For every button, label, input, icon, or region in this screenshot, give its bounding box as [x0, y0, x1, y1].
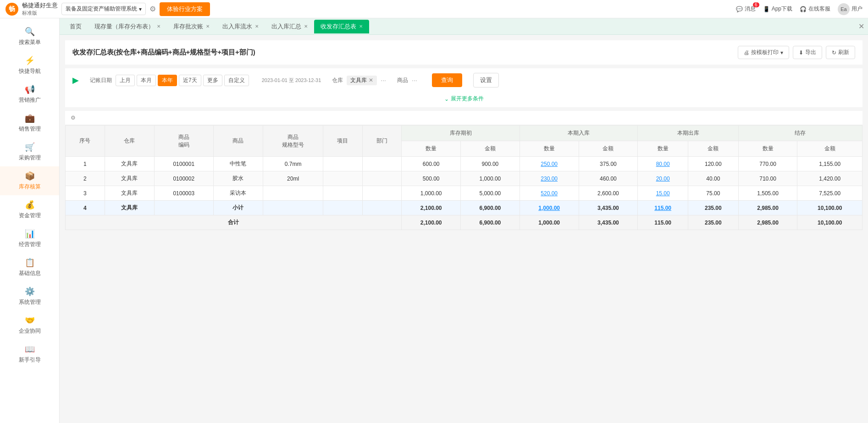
- tab-label: 出入库汇总: [271, 22, 301, 31]
- in-qty-link[interactable]: 230.00: [541, 176, 558, 182]
- tab-stock-dist[interactable]: 现存量（库存分布表） ✕: [88, 20, 167, 33]
- table-row: 1 文具库 0100001 中性笔 0.7mm 600.00 900.00 25…: [66, 157, 862, 171]
- tab-inout-summary[interactable]: 出入库汇总 ✕: [265, 20, 314, 33]
- sidebar-item-inventory[interactable]: 📦 库存核算: [0, 166, 59, 195]
- sidebar-item-finance[interactable]: 💰 资金管理: [0, 195, 59, 224]
- main-layout: 🔍 搜索菜单 ⚡ 快捷导航 📢 营销推广 💼 销售管理 🛒 采购管理 📦 库存核…: [0, 18, 868, 423]
- date-btn-custom[interactable]: 自定义: [224, 75, 249, 86]
- footer-bal-amt: 10,100.00: [797, 215, 862, 230]
- tab-batch[interactable]: 库存批次账 ✕: [167, 20, 216, 33]
- table-row: 2 文具库 0100002 胶水 20ml 500.00 1,000.00 23…: [66, 171, 862, 186]
- cell-in-qty: 230.00: [520, 171, 579, 186]
- date-btn-7days[interactable]: 近7天: [179, 75, 201, 86]
- cell-out-amt: 75.00: [688, 186, 739, 201]
- out-qty-link[interactable]: 15.00: [656, 190, 670, 197]
- cell-dept: [362, 201, 402, 215]
- warehouse-more-icon[interactable]: ···: [381, 77, 386, 84]
- sidebar-item-quicknav[interactable]: ⚡ 快捷导航: [0, 51, 59, 80]
- th-goods: 商品: [213, 126, 263, 157]
- in-qty-link[interactable]: 1,000.00: [538, 205, 560, 211]
- footer-out-qty: 115.00: [638, 215, 688, 230]
- remove-warehouse-icon[interactable]: ✕: [369, 77, 373, 83]
- chevron-down-icon: ▾: [780, 49, 783, 56]
- settings-button[interactable]: 设置: [473, 73, 499, 88]
- refresh-button[interactable]: ↻ 刷新: [826, 46, 855, 59]
- sidebar-item-label: 资金管理: [19, 212, 41, 220]
- print-label: 按模板打印: [751, 49, 779, 56]
- cell-goods: 中性笔: [213, 157, 263, 171]
- th-out-amt: 金额: [688, 141, 739, 157]
- cell-project: [323, 186, 363, 201]
- trial-button[interactable]: 体验行业方案: [160, 2, 210, 16]
- tab-receive-send[interactable]: 收发存汇总表 ✕: [314, 20, 369, 33]
- query-button[interactable]: 查询: [432, 73, 462, 87]
- sidebar-item-guide[interactable]: 📖 新手引导: [0, 340, 59, 368]
- sidebar-item-purchase[interactable]: 🛒 采购管理: [0, 137, 59, 166]
- out-qty-link[interactable]: 115.00: [654, 205, 671, 211]
- cell-spec: [263, 186, 323, 201]
- date-btn-lastmonth[interactable]: 上月: [116, 75, 135, 86]
- out-qty-link[interactable]: 20.00: [656, 176, 670, 182]
- cell-bal-amt: 1,420.00: [797, 171, 862, 186]
- app-download-label: App下载: [772, 5, 792, 13]
- collapse-icon[interactable]: ▶: [72, 75, 79, 85]
- cell-dept: [362, 157, 402, 171]
- close-all-icon[interactable]: ✕: [858, 22, 864, 31]
- message-action[interactable]: 💬 消息 6: [736, 5, 756, 13]
- app-download-action[interactable]: 📱 App下载: [763, 5, 792, 13]
- close-icon[interactable]: ✕: [255, 24, 259, 29]
- date-btn-more[interactable]: 更多: [203, 75, 222, 86]
- sidebar-item-collab[interactable]: 🤝 企业协同: [0, 311, 59, 340]
- cell-warehouse: 文具库: [105, 186, 154, 201]
- user-action[interactable]: Ea 用户: [838, 3, 862, 15]
- chart-icon: 📊: [25, 229, 35, 239]
- print-button[interactable]: 🖨 按模板打印 ▾: [738, 46, 789, 59]
- close-icon[interactable]: ✕: [206, 24, 210, 29]
- in-qty-link[interactable]: 250.00: [541, 161, 558, 167]
- cell-goods: 胶水: [213, 171, 263, 186]
- sidebar-item-business[interactable]: 📊 经营管理: [0, 224, 59, 253]
- system-select[interactable]: 装备及固定资产辅助管理系统 ▾: [61, 3, 146, 15]
- close-icon[interactable]: ✕: [359, 24, 363, 29]
- sidebar-item-sales[interactable]: 💼 销售管理: [0, 109, 59, 137]
- in-qty-link[interactable]: 520.00: [541, 190, 558, 197]
- tab-inout-flow[interactable]: 出入库流水 ✕: [216, 20, 265, 33]
- expand-btn[interactable]: ⌄ 展开更多条件: [444, 95, 484, 103]
- close-icon[interactable]: ✕: [304, 24, 308, 29]
- th-init-qty: 数量: [402, 141, 461, 157]
- sidebar-item-marketing[interactable]: 📢 营销推广: [0, 80, 59, 109]
- goods-filter-group: 商品 ···: [397, 77, 417, 84]
- gear-icon[interactable]: ⚙: [149, 5, 156, 13]
- cell-init-qty: 600.00: [402, 157, 461, 171]
- cell-warehouse: 文具库: [105, 201, 154, 215]
- th-no: 序号: [66, 126, 105, 157]
- th-warehouse: 仓库: [105, 126, 154, 157]
- date-btn-thismonth[interactable]: 本月: [137, 75, 156, 86]
- cell-code: 0100003: [154, 186, 213, 201]
- tab-home[interactable]: 首页: [63, 20, 88, 33]
- sidebar-item-basics[interactable]: 📋 基础信息: [0, 253, 59, 282]
- cell-bal-qty: 2,985.00: [738, 201, 797, 215]
- cell-init-qty: 1,000.00: [402, 186, 461, 201]
- close-icon[interactable]: ✕: [157, 24, 160, 29]
- table-row: 3 文具库 0100003 采访本 1,000.00 5,000.00 520.…: [66, 186, 862, 201]
- export-button[interactable]: ⬇ 导出: [793, 46, 822, 59]
- sidebar-item-system[interactable]: ⚙️ 系统管理: [0, 282, 59, 311]
- system-name: 装备及固定资产辅助管理系统: [66, 5, 137, 13]
- table-settings-icon[interactable]: ⚙: [71, 115, 76, 121]
- cell-out-amt: 235.00: [688, 201, 739, 215]
- online-service-action[interactable]: 🎧 在线客服: [800, 5, 830, 13]
- cell-in-qty: 1,000.00: [520, 201, 579, 215]
- cell-spec: 0.7mm: [263, 157, 323, 171]
- export-label: 导出: [805, 49, 816, 56]
- cell-out-amt: 120.00: [688, 157, 739, 171]
- cell-out-qty: 15.00: [638, 186, 688, 201]
- cell-spec: [263, 201, 323, 215]
- out-qty-link[interactable]: 80.00: [656, 161, 670, 167]
- cell-code: [154, 201, 213, 215]
- cell-bal-amt: 10,100.00: [797, 201, 862, 215]
- goods-more-icon[interactable]: ···: [412, 77, 417, 84]
- cell-no: 4: [66, 201, 105, 215]
- date-btn-thisyear[interactable]: 本年: [158, 75, 177, 86]
- sidebar-item-search[interactable]: 🔍 搜索菜单: [0, 22, 59, 51]
